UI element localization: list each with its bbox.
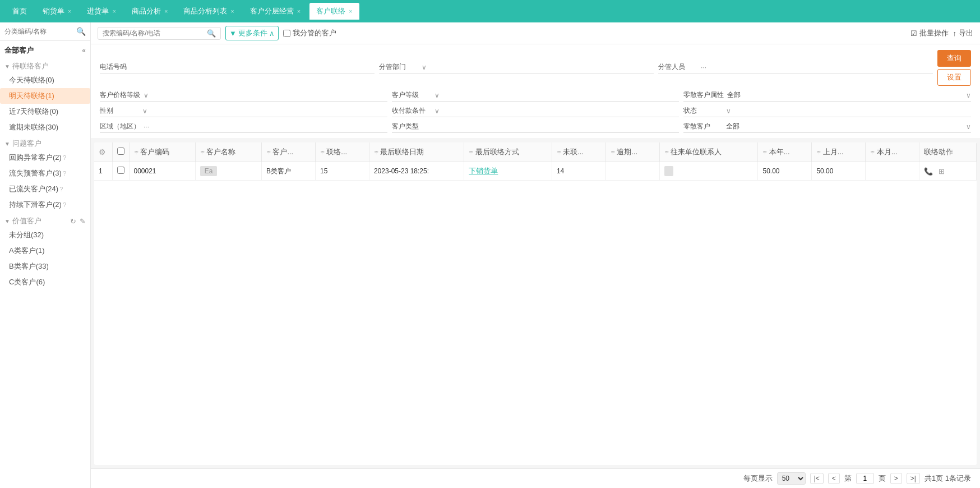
nav-sales-order-close[interactable]: × [68,8,71,15]
sidebar-item-b-class[interactable]: B类客户(33) [0,259,90,274]
table-select-all-checkbox[interactable] [117,148,124,155]
filter-search-input[interactable] [103,29,205,37]
action-phone-icon[interactable]: 📞 [924,167,933,176]
row-unit-contact-masked [664,166,673,176]
page-size-select[interactable]: 50 100 200 [777,472,806,485]
customer-level-dropdown-icon[interactable]: ∨ [434,91,440,99]
row-last-contact-method[interactable]: 下销货单 [464,162,552,181]
nav-purchase-order[interactable]: 进货单 × [80,3,122,20]
customer-level-field: 客户等级 ∨ [392,90,679,102]
table-row: 1 000021 Ea B类客户 15 2023-05-23 18:25: 下销… [94,162,977,181]
more-conditions-btn[interactable]: ▼ 更多条件 ∧ [225,26,279,40]
action-menu-icon[interactable]: ⊞ [939,167,945,176]
checkbox-icon: ☑ [910,29,917,38]
nav-purchase-order-close[interactable]: × [112,8,115,15]
status-dropdown-icon[interactable]: ∨ [726,107,731,115]
nav-product-analysis-list-close[interactable]: × [230,8,234,15]
price-level-dropdown-icon[interactable]: ∨ [144,91,149,99]
sidebar-item-7days-pending[interactable]: 近7天待联络(0) [0,104,90,119]
row-name: Ea [195,162,261,181]
sidebar-item-churn-warning[interactable]: 流失预警客户(3) ? [0,165,90,181]
set-btn[interactable]: 设置 [937,69,971,86]
col-action: 联络动作 [919,142,977,162]
sidebar-item-churned[interactable]: 已流失客户(24) ? [0,181,90,197]
edit-icon[interactable]: ✎ [80,217,86,225]
next-page-btn[interactable]: > [890,473,902,484]
nav-product-analysis[interactable]: 商品分析 × [125,3,174,20]
sidebar-search-box: 🔍 [0,22,90,41]
help-icon-2[interactable]: ? [59,186,63,192]
content-area: 🔍 ▼ 更多条件 ∧ 我分管的客户 ☑ 批量操作 ↑ 导出 [91,22,980,488]
customer-type-field: 客户类型 [392,122,679,133]
search-icon[interactable]: 🔍 [76,27,86,36]
col-last-method-sort-icon: ≑ [469,149,473,155]
page-number-input[interactable] [856,473,874,484]
sidebar-item-ungrouped[interactable]: 未分组(32) [0,227,90,243]
retail-customer-dropdown-icon[interactable]: ∨ [966,123,971,131]
triangle-down-icon: ▼ [4,63,10,70]
sidebar: 🔍 全部客户 « ▼ 待联络客户 今天待联络(0) 明天待联络(1) 近7天待联… [0,22,91,488]
export-btn[interactable]: ↑ 导出 [953,28,974,38]
adv-filter-row-1: 电话号码 分管部门 ∨ 分管人员 ··· 查询 设置 [100,50,971,86]
nav-home[interactable]: 首页 [6,3,34,20]
nav-customer-contact[interactable]: 客户联络 × [309,3,359,20]
help-icon-3[interactable]: ? [63,201,66,208]
sidebar-item-a-class[interactable]: A类客户(1) [0,243,90,259]
sidebar-item-today-pending[interactable]: 今天待联络(0) [0,72,90,88]
col-overdue: ≑ 逾期... [605,142,659,162]
region-more-icon[interactable]: ··· [144,123,149,131]
value-group-title: ▼ 价值客户 ↻ ✎ [0,213,90,227]
sidebar-search-input[interactable] [4,27,74,35]
help-icon-0[interactable]: ? [63,154,66,161]
query-btn[interactable]: 查询 [937,50,971,67]
col-unit-contact: ≑ 往来单位联系人 [659,142,758,162]
col-this-year: ≑ 本年... [758,142,812,162]
nav-product-analysis-list[interactable]: 商品分析列表 × [177,3,241,20]
my-customers-checkbox-group[interactable]: 我分管的客户 [283,28,336,38]
nav-customer-contact-close[interactable]: × [349,8,352,15]
batch-operation-btn[interactable]: ☑ 批量操作 [910,28,949,38]
top-nav: 首页 销货单 × 进货单 × 商品分析 × 商品分析列表 × 客户分层经营 × … [0,0,980,22]
person-more-icon[interactable]: ··· [701,63,706,71]
my-customers-checkbox[interactable] [283,30,290,37]
all-customers-header: 全部客户 « [0,41,90,58]
gear-icon[interactable]: ⚙ [99,148,106,156]
refresh-icon[interactable]: ↻ [70,217,76,225]
adv-filter-row-4: 区域（地区） ··· 客户类型 零散客户 全部 ∨ [100,122,971,133]
sidebar-item-tomorrow-pending[interactable]: 明天待联络(1) [0,88,90,104]
nav-customer-stratification[interactable]: 客户分层经营 × [243,3,307,20]
sidebar-item-overdue-pending[interactable]: 逾期未联络(30) [0,119,90,135]
main-layout: 🔍 全部客户 « ▼ 待联络客户 今天待联络(0) 明天待联络(1) 近7天待联… [0,22,980,488]
last-contact-link[interactable]: 下销货单 [469,167,498,175]
nav-customer-stratification-close[interactable]: × [297,8,301,15]
row-overdue [605,162,659,181]
adv-filter-panel: 电话号码 分管部门 ∨ 分管人员 ··· 查询 设置 客户价格等级 [91,44,980,139]
filter-icon: ▼ [229,29,237,38]
payment-dropdown-icon[interactable]: ∨ [434,107,440,115]
nav-sales-order[interactable]: 销货单 × [36,3,78,20]
collapse-icon[interactable]: « [82,47,86,54]
filter-search-icon[interactable]: 🔍 [207,29,216,38]
prev-page-btn[interactable]: < [828,473,840,484]
col-type-sort-icon: ≑ [266,149,271,155]
last-page-btn[interactable]: >| [907,473,920,484]
nav-product-analysis-close[interactable]: × [164,8,168,15]
gender-dropdown-icon[interactable]: ∨ [142,107,147,115]
sidebar-item-c-class[interactable]: C类客户(6) [0,274,90,290]
sidebar-item-declining[interactable]: 持续下滑客户(2) ? [0,197,90,213]
col-last-date-sort-icon: ≑ [374,149,378,155]
region-field: 区域（地区） ··· [100,122,387,133]
row-code: 000021 [129,162,195,181]
first-page-btn[interactable]: |< [810,473,824,484]
dept-dropdown-icon[interactable]: ∨ [422,63,427,71]
filter-bar-right: ☑ 批量操作 ↑ 导出 [910,28,974,38]
triangle-down-icon-2: ▼ [4,141,10,147]
chevron-up-icon: ∧ [269,29,275,38]
help-icon-1[interactable]: ? [63,170,66,177]
retail-attr-dropdown-icon[interactable]: ∨ [966,91,971,99]
col-last-contact-date: ≑ 最后联络日期 [369,142,464,162]
col-unit-sort-icon: ≑ [664,149,669,155]
row-checkbox[interactable] [117,167,124,174]
col-not-contacted-sort-icon: ≑ [557,149,561,155]
sidebar-item-repurchase-abnormal[interactable]: 回购异常客户(2) ? [0,150,90,165]
